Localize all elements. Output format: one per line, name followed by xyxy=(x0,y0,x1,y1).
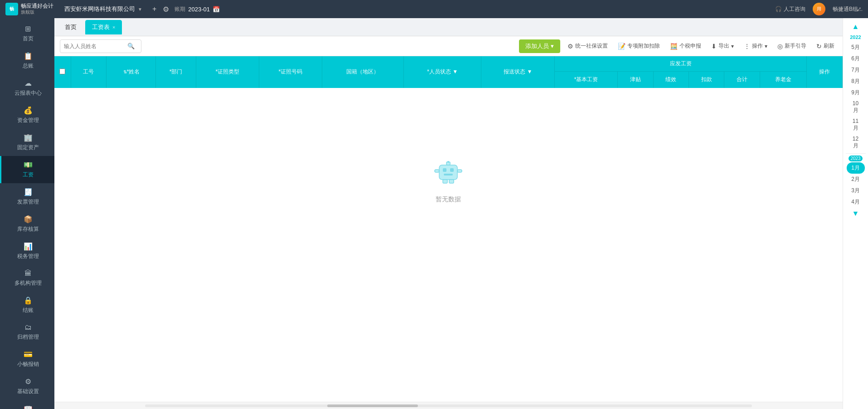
tab-home-label: 首页 xyxy=(65,23,77,31)
sidebar-item-expense[interactable]: 💳 小畅报销 xyxy=(0,346,54,373)
tab-bar: 首页 工资表 × xyxy=(54,18,843,36)
operations-button[interactable]: ⋮ 操作 ▾ xyxy=(741,39,770,53)
sidebar-item-tax[interactable]: 📊 税务管理 xyxy=(0,238,54,265)
month-2022-11[interactable]: 11月 xyxy=(847,116,865,134)
select-all-checkbox[interactable] xyxy=(59,68,65,74)
month-2023-2[interactable]: 2月 xyxy=(847,174,865,185)
export-label: 导出 xyxy=(718,42,729,50)
th-total: 合计 xyxy=(724,72,760,88)
th-person-status[interactable]: *人员状态 ▼ xyxy=(404,56,481,88)
timeline-down-icon[interactable]: ▼ xyxy=(850,208,861,219)
assets-icon: 🏢 xyxy=(24,133,33,142)
fund-icon: 💰 xyxy=(24,106,33,115)
sidebar: ⊞ 首页 📋 总账 ☁ 云报表中心 💰 资金管理 🏢 固定资产 💵 工资 🧾 发… xyxy=(0,18,54,409)
calendar-icon[interactable]: 📅 xyxy=(213,6,220,13)
maximize-button[interactable]: ⤢ xyxy=(850,0,868,18)
settings-icon[interactable]: ⚙ xyxy=(163,5,169,14)
guide-toolbar-icon: ◎ xyxy=(777,43,783,50)
svg-rect-6 xyxy=(435,170,439,172)
add-company-icon[interactable]: + xyxy=(152,5,156,13)
month-2022-6[interactable]: 6月 xyxy=(847,53,865,64)
sidebar-item-home[interactable]: ⊞ 首页 xyxy=(0,20,54,47)
sidebar-item-salary[interactable]: 💵 工资 xyxy=(0,156,54,183)
sidebar-item-fund[interactable]: 💰 资金管理 xyxy=(0,102,54,129)
sidebar-item-assets[interactable]: 🏢 固定资产 xyxy=(0,129,54,156)
month-2022-10[interactable]: 10月 xyxy=(847,98,865,116)
year-2022: 2022 xyxy=(850,34,861,40)
svg-rect-8 xyxy=(443,180,447,183)
header-actions: + ⚙ xyxy=(147,5,175,14)
operations-icon: ⋮ xyxy=(744,43,750,50)
sidebar-item-closing[interactable]: 🔒 结账 xyxy=(0,292,54,319)
human-service-button[interactable]: 🎧 人工咨询 xyxy=(775,5,805,13)
sidebar-item-guide[interactable]: 📖 新手引导 xyxy=(0,400,54,409)
empty-state-row: 暂无数据 xyxy=(54,88,843,269)
timeline-up-icon[interactable]: ▲ xyxy=(850,21,861,33)
operations-chevron: ▾ xyxy=(765,43,767,49)
svg-rect-3 xyxy=(444,174,453,175)
guide-button[interactable]: ◎ 新手引导 xyxy=(775,39,809,53)
company-selector[interactable]: 西安虾米网络科技有限公司 ▼ xyxy=(60,5,147,13)
personal-tax-button[interactable]: 🧮 个税申报 xyxy=(667,39,704,53)
sidebar-item-invoice[interactable]: 🧾 发票管理 xyxy=(0,183,54,210)
empty-illustration xyxy=(430,154,466,190)
month-2022-12[interactable]: 12月 xyxy=(847,134,865,151)
th-id-num: *证照号码 xyxy=(259,56,322,88)
month-2023-3[interactable]: 3月 xyxy=(847,185,865,196)
close-button[interactable]: × xyxy=(832,0,850,18)
sidebar-item-cloud-report[interactable]: ☁ 云报表中心 xyxy=(0,74,54,102)
month-2023-1[interactable]: 1月 xyxy=(847,162,865,174)
month-2022-8[interactable]: 8月 xyxy=(847,76,865,87)
tab-salary[interactable]: 工资表 × xyxy=(85,20,122,34)
account-period: 账期 2023-01 📅 xyxy=(175,5,220,13)
period-value[interactable]: 2023-01 xyxy=(188,6,210,13)
year-2023-badge: 2023 xyxy=(849,156,862,161)
sidebar-label-invoice: 发票管理 xyxy=(17,198,39,206)
month-2023-4[interactable]: 4月 xyxy=(847,196,865,208)
sidebar-item-multi-org[interactable]: 🏛 多机构管理 xyxy=(0,265,54,292)
sidebar-label-settings: 基础设置 xyxy=(17,388,39,395)
month-2022-5[interactable]: 5月 xyxy=(847,42,865,53)
tab-close-icon[interactable]: × xyxy=(112,24,115,30)
scrollbar-thumb[interactable] xyxy=(327,404,418,407)
svg-rect-0 xyxy=(439,165,457,180)
th-report-status[interactable]: 报送状态 ▼ xyxy=(481,56,555,88)
table-wrap: 工号 ⇅*姓名 *部门 *证照类型 *证照号码 国籍（地区） *人员状态 ▼ 报… xyxy=(54,56,843,402)
closing-icon: 🔒 xyxy=(24,296,33,305)
logo-area: 畅 畅应通好会计 旗舰版 xyxy=(5,3,60,15)
refresh-button[interactable]: ↻ 刷新 xyxy=(814,39,837,53)
sidebar-item-ledger[interactable]: 📋 总账 xyxy=(0,47,54,74)
th-country: 国籍（地区） xyxy=(322,56,403,88)
tab-home[interactable]: 首页 xyxy=(58,20,83,34)
sidebar-item-inventory[interactable]: 📦 库存核算 xyxy=(0,210,54,238)
sidebar-label-multi-org: 多机构管理 xyxy=(15,279,42,287)
th-pension: 养老金 xyxy=(760,72,807,88)
sidebar-item-settings[interactable]: ⚙ 基础设置 xyxy=(0,373,54,400)
month-2022-7[interactable]: 7月 xyxy=(847,64,865,76)
scrollbar-area[interactable] xyxy=(54,402,843,409)
social-security-button[interactable]: ⚙ 统一社保设置 xyxy=(565,39,611,53)
export-button[interactable]: ⬇ 导出 ▾ xyxy=(708,39,737,53)
export-chevron: ▾ xyxy=(731,43,734,49)
th-allowance: 津贴 xyxy=(618,72,653,88)
search-input[interactable] xyxy=(64,43,127,49)
th-name[interactable]: ⇅*姓名 xyxy=(106,56,155,88)
settings-icon2: ⚙ xyxy=(25,377,31,386)
svg-point-5 xyxy=(447,161,449,163)
sidebar-label-fund: 资金管理 xyxy=(17,117,39,124)
content-area: 首页 工资表 × 🔍 添加人员 ▾ ⚙ 统一社保设置 📝 xyxy=(54,18,843,409)
th-deduction: 扣款 xyxy=(689,72,724,88)
svg-rect-9 xyxy=(449,180,454,183)
th-performance: 绩效 xyxy=(653,72,689,88)
month-2022-9[interactable]: 9月 xyxy=(847,87,865,98)
add-person-button[interactable]: 添加人员 ▾ xyxy=(519,39,560,53)
special-deduction-button[interactable]: 📝 专项附加扣除 xyxy=(615,39,663,53)
th-base-salary: *基本工资 xyxy=(554,72,617,88)
refresh-label: 刷新 xyxy=(824,42,834,50)
guide-icon: 📖 xyxy=(24,404,33,409)
th-checkbox[interactable] xyxy=(54,56,71,88)
search-input-wrap[interactable]: 🔍 xyxy=(60,39,141,53)
sidebar-item-archive[interactable]: 🗂 归档管理 xyxy=(0,319,54,346)
timeline-panel: ▲ 2022 5月 6月 7月 8月 9月 10月 11月 12月 2023 1… xyxy=(843,18,868,409)
user-avatar[interactable]: 用 xyxy=(813,3,825,15)
